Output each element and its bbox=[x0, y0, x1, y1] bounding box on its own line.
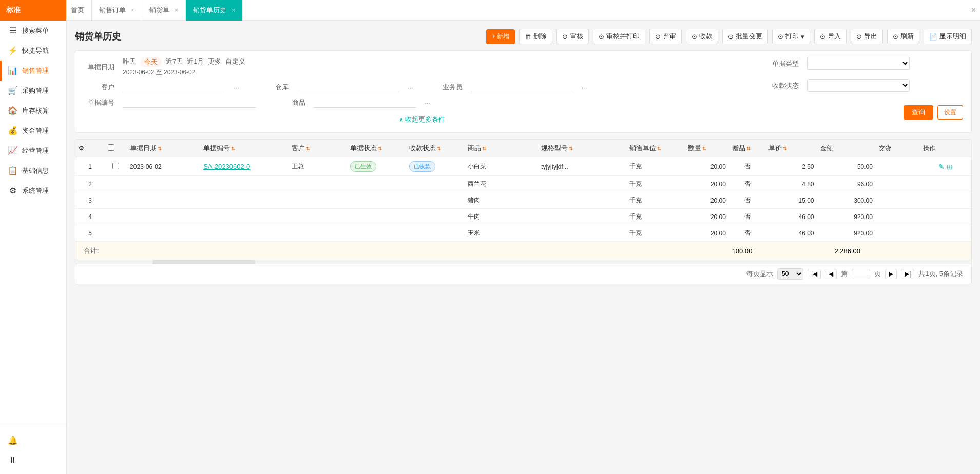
date-tab-yesterday[interactable]: 昨天 bbox=[123, 57, 136, 67]
sort-docstatus-icon: ⇅ bbox=[378, 146, 382, 151]
main-area: 首页 销售订单 × 销货单 × 销货单历史 × × 销货单历史 + 新增 🗑 删… bbox=[67, 0, 980, 474]
settings-button[interactable]: 设置 bbox=[937, 105, 963, 120]
collapse-button[interactable]: ∧ 收起更多条件 bbox=[84, 113, 760, 126]
page-label: 第 bbox=[841, 269, 848, 279]
tab-sales-history-close[interactable]: × bbox=[232, 7, 235, 14]
batch-change-label: 批量变更 bbox=[736, 32, 762, 41]
batch-change-button[interactable]: ⊙ 批量变更 bbox=[722, 29, 768, 44]
tab-sales-history[interactable]: 销货单历史 × bbox=[186, 0, 243, 21]
tab-sales-goods[interactable]: 销货单 × bbox=[142, 0, 186, 21]
sidebar-item-sales-mgmt[interactable]: 📊 销售管理 bbox=[0, 61, 66, 81]
col-header-qty[interactable]: 数量⇅ bbox=[685, 140, 729, 157]
delete-button[interactable]: 🗑 删除 bbox=[519, 29, 552, 44]
col-header-customer[interactable]: 客户⇅ bbox=[289, 140, 347, 157]
select-all-checkbox[interactable] bbox=[108, 144, 114, 151]
sort-paystatus-icon: ⇅ bbox=[437, 146, 441, 151]
prev-page-btn[interactable]: ◀ bbox=[825, 269, 837, 279]
date-tab-1month[interactable]: 近1月 bbox=[187, 57, 204, 67]
col-header-date[interactable]: 单据日期⇅ bbox=[127, 140, 200, 157]
sidebar-item-label: 销售管理 bbox=[22, 66, 49, 75]
date-tab-today[interactable]: 今天 bbox=[140, 57, 162, 67]
col-header-spec[interactable]: 规格型号⇅ bbox=[538, 140, 626, 157]
edit-action-btn[interactable]: ✎ bbox=[938, 163, 945, 171]
customer-filter-label: 客户 bbox=[84, 83, 114, 92]
sidebar-item-purchase-mgmt[interactable]: 🛒 采购管理 bbox=[0, 81, 66, 101]
sidebar-item-quick-nav[interactable]: ⚡ 快捷导航 bbox=[0, 41, 66, 61]
col-header-price[interactable]: 单价⇅ bbox=[765, 140, 817, 157]
warehouse-filter-label: 仓库 bbox=[258, 83, 289, 92]
salesman-input[interactable] bbox=[471, 82, 573, 92]
sidebar-pause-btn[interactable]: ⏸ bbox=[0, 450, 66, 470]
warehouse-ellipsis[interactable]: ··· bbox=[408, 84, 413, 91]
row-date bbox=[127, 176, 200, 192]
sidebar-item-sys-mgmt[interactable]: ⚙ 系统管理 bbox=[0, 181, 66, 201]
current-page-input[interactable]: 1 bbox=[852, 269, 870, 279]
col-header-paystatus[interactable]: 收款状态⇅ bbox=[406, 140, 465, 157]
col-header-docstatus[interactable]: 单据状态⇅ bbox=[347, 140, 406, 157]
col-header-action: 操作 bbox=[920, 140, 971, 157]
last-page-btn[interactable]: ▶| bbox=[901, 269, 914, 279]
row-checkbox-cell bbox=[105, 225, 127, 242]
goods-ellipsis[interactable]: ··· bbox=[425, 99, 430, 107]
batch-change-icon: ⊙ bbox=[728, 33, 734, 41]
date-tab-custom[interactable]: 自定义 bbox=[225, 57, 245, 67]
row-unit: 千克 bbox=[626, 209, 685, 225]
col-header-gift[interactable]: 赠品⇅ bbox=[729, 140, 766, 157]
date-tab-more[interactable]: 更多 bbox=[208, 57, 221, 67]
sidebar-item-basic-info[interactable]: 📋 基础信息 bbox=[0, 161, 66, 181]
review-print-button[interactable]: ⊙ 审核并打印 bbox=[593, 29, 645, 44]
pay-status-badge: 已收款 bbox=[409, 161, 435, 172]
abandon-button[interactable]: ⊙ 弃审 bbox=[649, 29, 682, 44]
date-tab-7days[interactable]: 近7天 bbox=[166, 57, 183, 67]
col-header-unit[interactable]: 销售单位⇅ bbox=[626, 140, 685, 157]
customer-input[interactable] bbox=[123, 82, 225, 92]
row-checkbox[interactable] bbox=[112, 163, 119, 169]
tab-sales-order-close[interactable]: × bbox=[131, 7, 134, 14]
page-header: 销货单历史 + 新增 🗑 删除 ⊙ 审核 ⊙ 审核并打印 ⊙ 弃审 bbox=[75, 29, 972, 44]
new-button[interactable]: + 新增 bbox=[486, 29, 515, 44]
tab-sales-order[interactable]: 销售订单 × bbox=[92, 0, 142, 21]
row-amount: 50.00 bbox=[817, 157, 876, 176]
sidebar-item-operations[interactable]: 📈 经营管理 bbox=[0, 141, 66, 161]
row-checkbox-cell bbox=[105, 157, 127, 176]
table-row: 1 2023-06-02 SA-20230602-0 王总 已生效 已收款 小白… bbox=[75, 157, 971, 176]
import-button[interactable]: ⊙ 导入 bbox=[814, 29, 847, 44]
sidebar-notification-btn[interactable]: 🔔 bbox=[0, 430, 66, 450]
customer-ellipsis[interactable]: ··· bbox=[234, 84, 239, 91]
docno-input[interactable] bbox=[123, 97, 256, 108]
tab-sales-goods-close[interactable]: × bbox=[175, 7, 178, 14]
print-button[interactable]: ⊙ 打印 ▾ bbox=[772, 29, 810, 44]
filter-row-paystatus: 收款状态 bbox=[768, 79, 963, 92]
goods-input[interactable] bbox=[314, 97, 416, 108]
col-header-gear[interactable]: ⚙ bbox=[75, 140, 105, 157]
tab-bar-close-all[interactable]: × bbox=[971, 6, 976, 15]
doctype-select[interactable] bbox=[807, 57, 910, 70]
row-qty: 20.00 bbox=[685, 209, 729, 225]
col-header-goods[interactable]: 商品⇅ bbox=[465, 140, 538, 157]
row-pay-status bbox=[406, 209, 465, 225]
col-header-no[interactable]: 单据编号⇅ bbox=[200, 140, 289, 157]
sidebar-item-search-menu[interactable]: ☰ 搜索菜单 bbox=[0, 21, 66, 41]
export-button[interactable]: ⊙ 导出 bbox=[851, 29, 883, 44]
copy-action-btn[interactable]: ⊞ bbox=[947, 163, 953, 171]
refresh-label: 刷新 bbox=[900, 32, 914, 41]
sidebar-item-inventory[interactable]: 🏠 库存核算 bbox=[0, 101, 66, 121]
paystatus-select[interactable] bbox=[807, 79, 910, 92]
next-page-btn[interactable]: ▶ bbox=[885, 269, 897, 279]
first-page-btn[interactable]: |◀ bbox=[808, 269, 821, 279]
salesman-ellipsis[interactable]: ··· bbox=[582, 84, 587, 91]
filter-row-docno: 单据编号 商品 ··· bbox=[84, 97, 760, 108]
tab-home[interactable]: 首页 bbox=[71, 0, 92, 21]
refresh-button[interactable]: ⊙ 刷新 bbox=[887, 29, 919, 44]
sidebar-item-finance[interactable]: 💰 资金管理 bbox=[0, 121, 66, 141]
doc-no-link[interactable]: SA-20230602-0 bbox=[203, 163, 250, 170]
page-size-select[interactable]: 50 20 100 bbox=[777, 268, 803, 280]
notification-icon: 🔔 bbox=[8, 436, 18, 445]
query-button[interactable]: 查询 bbox=[904, 105, 933, 120]
show-detail-button[interactable]: 📄 显示明细 bbox=[924, 29, 972, 44]
warehouse-input[interactable] bbox=[297, 82, 399, 92]
row-price: 15.00 bbox=[765, 192, 817, 209]
scrollbar-area[interactable] bbox=[75, 260, 971, 264]
receive-button[interactable]: ⊙ 收款 bbox=[686, 29, 718, 44]
review-button[interactable]: ⊙ 审核 bbox=[556, 29, 589, 44]
